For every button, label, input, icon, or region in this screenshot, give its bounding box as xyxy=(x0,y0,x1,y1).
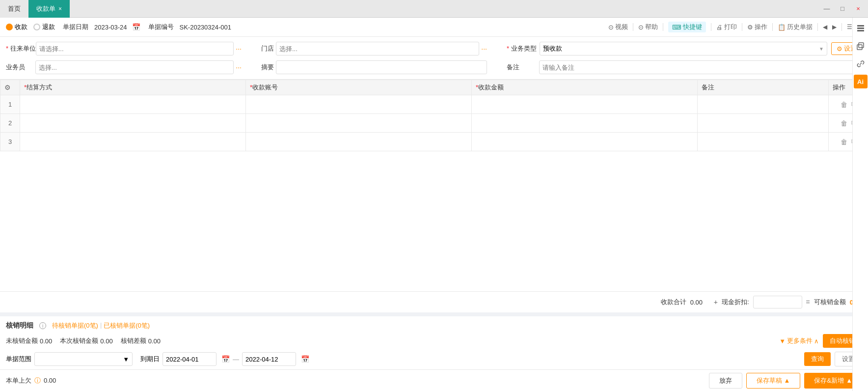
row2-remark[interactable] xyxy=(697,114,828,133)
hexiao-info-icon[interactable]: i xyxy=(39,322,46,329)
prev-action[interactable]: ◀ xyxy=(823,24,827,30)
gear-col-header: ⚙ xyxy=(0,80,20,95)
row2-settlement[interactable] xyxy=(20,114,246,133)
row1-account[interactable] xyxy=(245,95,471,114)
minimize-button[interactable]: — xyxy=(821,3,833,15)
divider4 xyxy=(742,23,742,31)
done-tab[interactable]: 已核销单据(0笔) xyxy=(104,321,150,330)
store-input[interactable] xyxy=(276,42,479,56)
current-stat: 本次核销金额 0.00 xyxy=(60,336,112,345)
operation-action[interactable]: ⚙ 操作 xyxy=(747,23,767,31)
row3-delete-icon[interactable]: 🗑 xyxy=(840,137,848,147)
video-action[interactable]: ⊙ 视频 xyxy=(608,23,628,31)
row1-delete-icon[interactable]: 🗑 xyxy=(840,100,848,110)
calendar-end-icon[interactable]: 📅 xyxy=(301,355,309,363)
store-field: 门店 ··· xyxy=(261,42,487,56)
row-num-2: 2 xyxy=(0,114,20,133)
sidebar-link-icon[interactable] xyxy=(854,57,868,71)
save-draft-button[interactable]: 保存草稿 ▲ xyxy=(746,373,801,389)
business-type-select[interactable]: 预收款 ▼ xyxy=(540,42,827,56)
row3-account[interactable] xyxy=(245,133,471,151)
history-action[interactable]: 📋 历史单据 xyxy=(778,23,813,31)
print-label: 打印 xyxy=(724,23,737,31)
help-action[interactable]: ⊙ 帮助 xyxy=(638,23,658,31)
date-value: 2023-03-24 xyxy=(94,24,127,31)
list-view[interactable]: ☰ xyxy=(847,24,852,30)
business-type-arrow: ▼ xyxy=(819,46,824,52)
table-gear-icon[interactable]: ⚙ xyxy=(4,84,11,91)
calc-row: 收款合计 0.00 + 现金折扣: = 可核销金额 0.00 xyxy=(0,291,868,312)
remark-label: 备注 xyxy=(507,63,536,72)
more-conditions-btn[interactable]: ▼ 更多条件 ∧ xyxy=(779,336,819,345)
tab-home-label: 首页 xyxy=(8,4,21,13)
row-num-3: 3 xyxy=(0,133,20,151)
due-date-label: 到期日 xyxy=(140,355,160,363)
maximize-button[interactable]: □ xyxy=(837,3,848,15)
range-field: 单据范围 ▼ xyxy=(6,352,133,366)
range-arrow: ▼ xyxy=(123,356,129,363)
video-icon: ⊙ xyxy=(608,24,614,31)
salesman-more-icon[interactable]: ··· xyxy=(236,63,242,71)
total-label: 收款合计 xyxy=(661,298,686,307)
operation-label: 操作 xyxy=(755,23,767,31)
row1-remark[interactable] xyxy=(697,95,828,114)
save-new-label: 保存&新增 xyxy=(814,376,844,385)
summary-input[interactable] xyxy=(276,60,487,74)
info-icon[interactable]: ⓘ xyxy=(34,376,41,385)
remark-input[interactable] xyxy=(539,60,862,74)
next-action[interactable]: ▶ xyxy=(832,24,837,30)
shortcut-action[interactable]: ⌨ 快捷键 xyxy=(668,22,706,32)
business-type-value: 预收款 xyxy=(543,44,562,53)
tab-current[interactable]: 收款单 × xyxy=(28,0,70,18)
tab-home[interactable]: 首页 xyxy=(0,0,28,18)
due-date-field: 到期日 📅 — 📅 xyxy=(140,352,309,366)
row3-remark[interactable] xyxy=(697,133,828,151)
row-num-1: 1 xyxy=(0,95,20,114)
number-label: 单据编号 xyxy=(148,23,174,31)
counterpart-input[interactable] xyxy=(36,42,234,56)
main-content: 收款 退款 单据日期 2023-03-24 📅 单据编号 SK-20230324… xyxy=(0,18,868,391)
discount-input[interactable] xyxy=(753,296,802,308)
close-button[interactable]: × xyxy=(852,3,864,15)
gear-icon: ⚙ xyxy=(837,45,842,53)
sidebar-ai-icon[interactable]: Ai xyxy=(854,75,868,88)
receipt-radio[interactable]: 收款 xyxy=(6,23,27,31)
row2-amount[interactable] xyxy=(471,114,697,133)
pending-tab[interactable]: 待核销单据(0笔) xyxy=(52,321,98,330)
filter-icon: ▼ xyxy=(779,337,786,345)
query-button[interactable]: 查询 xyxy=(804,352,831,366)
refund-radio[interactable]: 退款 xyxy=(33,23,55,31)
equals-operator: = xyxy=(806,298,810,306)
row1-amount[interactable] xyxy=(471,95,697,114)
shortcut-icon: ⌨ xyxy=(672,24,681,31)
row2-account[interactable] xyxy=(245,114,471,133)
row3-settlement[interactable] xyxy=(20,133,246,151)
range-select[interactable]: ▼ xyxy=(34,352,133,366)
abandon-button[interactable]: 放弃 xyxy=(709,373,742,389)
row2-delete-icon[interactable]: 🗑 xyxy=(840,118,848,128)
account-col-header: *收款账号 xyxy=(245,80,471,95)
print-icon: 🖨 xyxy=(716,24,723,31)
sidebar-table-icon[interactable] xyxy=(854,22,868,35)
date-start-input[interactable] xyxy=(163,352,217,366)
hexiao-stats-right: ▼ 更多条件 ∧ 自动核销 xyxy=(779,334,862,348)
row3-amount[interactable] xyxy=(471,133,697,151)
print-action[interactable]: 🖨 打印 xyxy=(716,23,737,31)
calendar-start-icon[interactable]: 📅 xyxy=(221,355,230,363)
form-row-2: 业务员 ··· 摘要 备注 xyxy=(6,60,862,74)
row1-settlement[interactable] xyxy=(20,95,246,114)
store-more-icon[interactable]: ··· xyxy=(481,45,487,53)
divider7 xyxy=(841,23,842,31)
save-draft-arrow: ▲ xyxy=(784,377,790,384)
available-label: 可核销金额 xyxy=(814,298,846,307)
counterpart-more-icon[interactable]: ··· xyxy=(236,45,242,53)
sidebar-copy-icon[interactable] xyxy=(854,39,868,53)
ai-label: Ai xyxy=(857,78,864,85)
date-end-input[interactable] xyxy=(242,352,296,366)
svg-rect-4 xyxy=(857,45,862,50)
tab-close-icon[interactable]: × xyxy=(58,5,62,12)
range-label: 单据范围 xyxy=(6,355,31,363)
divider6 xyxy=(817,23,818,31)
salesman-input[interactable] xyxy=(35,60,234,74)
calendar-icon[interactable]: 📅 xyxy=(132,23,140,31)
